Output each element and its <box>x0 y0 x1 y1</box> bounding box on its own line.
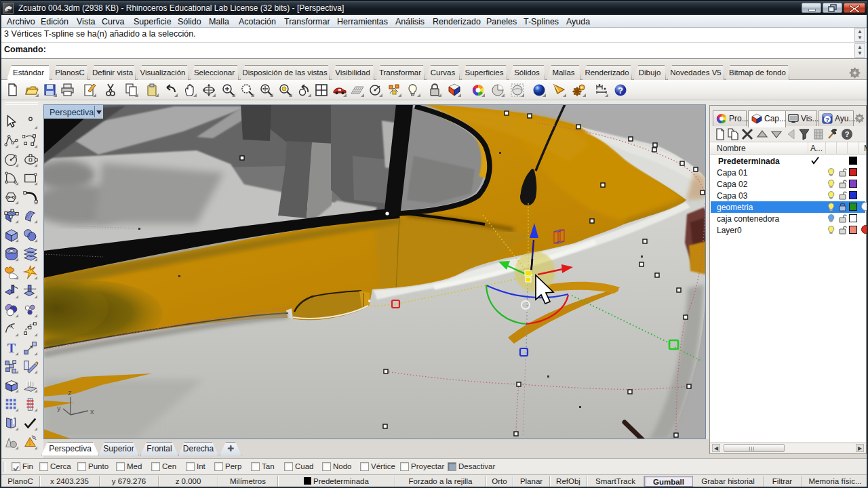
svg-text:y: y <box>57 404 61 412</box>
svg-text:Perspectiva: Perspectiva <box>50 108 94 117</box>
svg-text:?: ? <box>845 130 850 138</box>
svg-text:?: ? <box>618 85 623 96</box>
svg-text:z: z <box>68 388 72 396</box>
svg-text:T: T <box>7 342 16 355</box>
svg-text:?: ? <box>825 117 829 123</box>
svg-text:x: x <box>90 407 94 415</box>
